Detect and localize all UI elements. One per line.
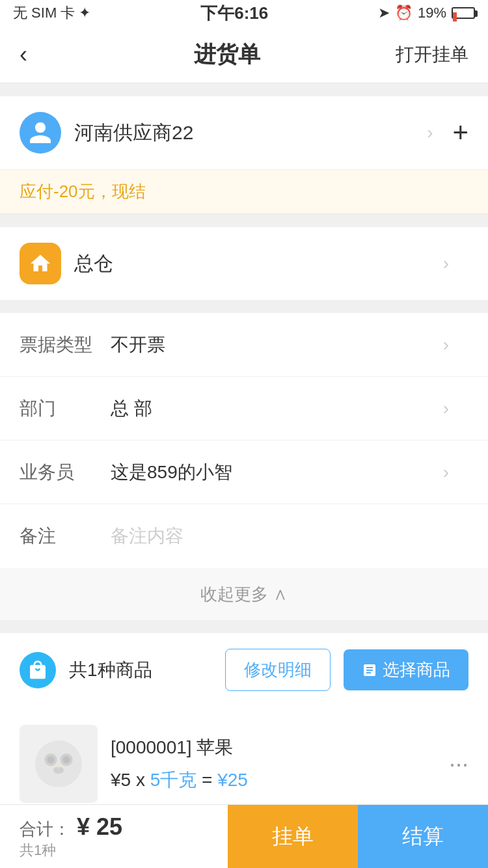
- product-price: ¥5 x 5千克 = ¥25: [111, 768, 436, 793]
- sim-status: 无 SIM 卡 ✦: [13, 3, 90, 23]
- unit-price: ¥5: [111, 770, 131, 790]
- products-count: 共1种商品: [69, 658, 212, 683]
- warehouse-section: 总仓 ›: [0, 227, 488, 300]
- product-id: [0000001]: [111, 737, 192, 757]
- remark-row[interactable]: 备注 备注内容: [0, 504, 488, 568]
- summary-section: 合计： ¥ 25 共1种: [0, 813, 228, 860]
- person-icon: [27, 120, 53, 146]
- svg-point-0: [35, 740, 82, 787]
- supplier-avatar: [20, 112, 61, 154]
- ticket-type-row[interactable]: 票据类型 不开票 ›: [0, 313, 488, 377]
- section-gap-1: [0, 83, 488, 96]
- select-product-button[interactable]: 选择商品: [344, 649, 468, 690]
- supplier-row[interactable]: 河南供应商22 › +: [0, 96, 488, 170]
- svg-point-4: [62, 756, 70, 763]
- product-name: [0000001] 苹果: [111, 735, 436, 760]
- ticket-type-chevron-icon: ›: [443, 334, 449, 355]
- sales-person-label: 业务员: [20, 460, 98, 485]
- supplier-section: 河南供应商22 › + 应付-20元，现结: [0, 96, 488, 214]
- item-total: ¥25: [217, 770, 248, 790]
- svg-point-3: [47, 756, 54, 763]
- open-pending-button[interactable]: 打开挂单: [396, 42, 468, 67]
- collapse-button[interactable]: 收起更多 ∧: [0, 568, 488, 620]
- owl-logo-icon: [33, 738, 85, 790]
- status-right: ➤ ⏰ 19%: [378, 5, 475, 21]
- ticket-type-label: 票据类型: [20, 332, 98, 357]
- section-gap-2: [0, 214, 488, 227]
- select-product-label: 选择商品: [383, 658, 450, 681]
- select-product-icon: [362, 662, 377, 678]
- status-bar: 无 SIM 卡 ✦ 下午6:16 ➤ ⏰ 19%: [0, 0, 488, 26]
- product-title-name: 苹果: [197, 737, 233, 757]
- product-info: [0000001] 苹果 ¥5 x 5千克 = ¥25: [111, 735, 436, 793]
- section-gap-4: [0, 620, 488, 633]
- back-button[interactable]: ‹: [20, 41, 59, 68]
- price-separator: x: [136, 770, 150, 790]
- status-time: 下午6:16: [200, 2, 268, 25]
- remark-input[interactable]: 备注内容: [98, 524, 468, 549]
- battery-text: 19%: [418, 5, 446, 21]
- remark-label: 备注: [20, 524, 98, 549]
- page-title: 进货单: [194, 40, 260, 70]
- supplier-chevron-icon: ›: [427, 122, 433, 143]
- home-icon: [29, 252, 52, 275]
- products-section: 共1种商品 修改明细 选择商品: [0, 633, 488, 821]
- ticket-type-value: 不开票: [98, 332, 443, 357]
- shopping-bag-icon: [27, 660, 48, 681]
- battery-icon: [452, 7, 475, 19]
- warning-banner: 应付-20元，现结: [0, 170, 488, 214]
- warehouse-row[interactable]: 总仓 ›: [0, 227, 488, 300]
- warehouse-icon: [20, 243, 61, 284]
- alarm-icon: ⏰: [395, 5, 413, 21]
- sales-person-row[interactable]: 业务员 这是859的小智 ›: [0, 441, 488, 504]
- products-icon: [20, 652, 56, 688]
- section-gap-3: [0, 300, 488, 313]
- summary-label: 合计：: [20, 818, 70, 841]
- summary-count: 共1种: [20, 841, 208, 860]
- hang-order-button[interactable]: 挂单: [228, 805, 358, 869]
- form-section: 票据类型 不开票 › 部门 总 部 › 业务员 这是859的小智 › 备注 备注…: [0, 313, 488, 568]
- department-label: 部门: [20, 396, 98, 421]
- edit-details-button[interactable]: 修改明细: [225, 649, 331, 691]
- summary-total: 合计： ¥ 25: [20, 813, 208, 841]
- more-options-button[interactable]: ···: [449, 750, 468, 778]
- sales-person-value: 这是859的小智: [98, 460, 443, 485]
- product-thumbnail: [20, 725, 98, 803]
- main-content: 河南供应商22 › + 应付-20元，现结 总仓 › 票据类型 不开票 › 部门: [0, 83, 488, 868]
- summary-amount: ¥ 25: [77, 813, 122, 841]
- equals-sign: =: [202, 770, 217, 790]
- department-row[interactable]: 部门 总 部 ›: [0, 377, 488, 441]
- add-supplier-button[interactable]: +: [452, 119, 468, 146]
- total-amount: 25: [96, 813, 122, 840]
- status-left: 无 SIM 卡 ✦: [13, 3, 90, 23]
- products-header: 共1种商品 修改明细 选择商品: [0, 633, 488, 707]
- department-chevron-icon: ›: [443, 398, 449, 419]
- location-icon: ➤: [378, 5, 390, 21]
- checkout-button[interactable]: 结算: [358, 805, 488, 869]
- quantity: 5千克: [150, 770, 197, 790]
- warehouse-name: 总仓: [74, 251, 443, 277]
- supplier-name: 河南供应商22: [74, 120, 427, 146]
- currency-symbol: ¥: [77, 813, 90, 840]
- warehouse-chevron-icon: ›: [443, 253, 449, 274]
- nav-bar: ‹ 进货单 打开挂单: [0, 26, 488, 83]
- department-value: 总 部: [98, 396, 443, 421]
- sales-person-chevron-icon: ›: [443, 462, 449, 483]
- bottom-bar: 合计： ¥ 25 共1种 挂单 结算: [0, 804, 488, 868]
